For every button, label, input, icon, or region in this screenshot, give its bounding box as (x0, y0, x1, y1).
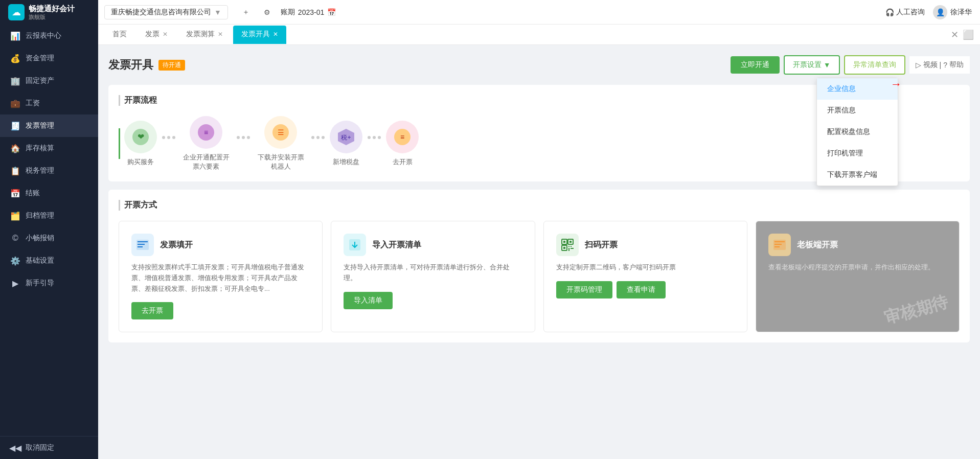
page-header: 发票开具 待开通 立即开通 开票设置 ▼ 异常清单查询 ▷ 视频 (108, 55, 970, 75)
open-button[interactable]: 立即开通 (731, 56, 780, 74)
tab-invoice-calc[interactable]: 发票测算 ✕ (178, 26, 231, 44)
inventory-icon: 🏠 (10, 143, 20, 153)
user-info[interactable]: 👤 徐泽华 (933, 5, 972, 19)
method-section-title: 开票方式 (119, 200, 960, 211)
page-title: 发票开具 (108, 57, 153, 73)
logo-icon: ☁ (8, 4, 25, 20)
dropdown-item-tax-config[interactable]: 配置税盘信息 (817, 121, 898, 143)
dropdown-item-company[interactable]: 企业信息 (817, 78, 898, 100)
scan-manage-btn[interactable]: 开票码管理 (556, 281, 612, 299)
add-button[interactable]: ＋ (238, 6, 254, 19)
import-invoice-btn[interactable]: 导入清单 (344, 292, 393, 309)
card-scan-title: 扫码开票 (585, 240, 618, 250)
video-help-bar: ▷ 视频 | ? 帮助 (909, 56, 970, 74)
dropdown-item-printer[interactable]: 打印机管理 (817, 143, 898, 164)
video-label[interactable]: 视频 (923, 60, 938, 70)
scan-view-btn[interactable]: 查看申请 (617, 281, 666, 299)
step-5: ≡ 去开票 (386, 121, 419, 167)
boss-invoice-icon (768, 234, 791, 256)
sidebar-item-archive[interactable]: 🗂️ 归档管理 (0, 204, 98, 227)
method-card-import: 导入开票清单 支持导入待开票清单，可对待开票清单进行拆分、合并处理。 导入清单 (331, 221, 535, 332)
sidebar-item-payroll[interactable]: 💼 工资 (0, 92, 98, 114)
tab-invoice-open-label: 发票开具 (241, 30, 270, 39)
user-name: 徐泽华 (950, 8, 972, 17)
import-invoice-icon (344, 234, 366, 256)
tab-invoice-close[interactable]: ✕ (163, 31, 168, 38)
svg-rect-11 (138, 241, 148, 242)
svg-rect-23 (571, 246, 572, 247)
watermark: 审核期待 (881, 291, 950, 330)
sidebar-item-tax[interactable]: 📋 税务管理 (0, 159, 98, 182)
sidebar-label-tax: 税务管理 (26, 166, 54, 175)
step-2-icon: ≡ (190, 116, 222, 149)
unpin-icon: ◀◀ (10, 443, 20, 453)
company-selector[interactable]: 重庆畅捷交通信息咨询有限公司 ▼ (104, 5, 228, 19)
sidebar-label-unpin: 取消固定 (26, 443, 54, 452)
sidebar-item-settings[interactable]: ⚙️ 基础设置 (0, 249, 98, 272)
sidebar-label-settings: 基础设置 (26, 256, 54, 265)
step-1-label: 购买服务 (127, 157, 154, 167)
sidebar-item-cloud-report[interactable]: 📊 云报表中心 (0, 25, 98, 47)
svg-text:❤: ❤ (138, 132, 144, 141)
tab-invoice[interactable]: 发票 ✕ (137, 26, 176, 44)
payroll-icon: 💼 (10, 98, 20, 108)
settings-btn-label: 开票设置 (793, 60, 822, 70)
sidebar-item-guide[interactable]: ▶ 新手引导 (0, 272, 98, 294)
card-boss-header: 老板端开票 (768, 234, 947, 256)
tab-home[interactable]: 首页 (104, 26, 135, 44)
step-2-label: 企业开通配置开票六要素 (180, 153, 232, 171)
chevron-settings-icon: ▼ (824, 61, 831, 69)
dropdown-item-invoice-info[interactable]: 开票信息 (817, 100, 898, 121)
step-4: 税+ 新增税盘 (330, 121, 362, 167)
invoice-icon: 🧾 (10, 121, 20, 131)
sidebar-item-assets[interactable]: 🏢 固定资产 (0, 70, 98, 92)
fill-invoice-icon (131, 234, 154, 256)
settings-icon[interactable]: ⚙ (260, 6, 275, 18)
step-4-icon: 税+ (330, 121, 362, 153)
logo-title: 畅捷通好会计 (29, 4, 75, 14)
sidebar-item-fund[interactable]: 💰 资金管理 (0, 47, 98, 70)
help-label[interactable]: 帮助 (949, 60, 964, 70)
close-window-icon[interactable]: ✕ (951, 29, 959, 40)
card-import-header: 导入开票清单 (344, 234, 522, 256)
period-text: 账期 (281, 8, 295, 17)
step-2: ≡ 企业开通配置开票六要素 (180, 116, 232, 171)
logo-area: ☁ 畅捷通好会计 旗舰版 (0, 0, 98, 25)
sidebar-item-unpin[interactable]: ◀◀ 取消固定 (0, 437, 98, 459)
svg-rect-20 (569, 241, 572, 243)
sidebar-label-guide: 新手引导 (26, 279, 54, 288)
sidebar-label-fund: 资金管理 (26, 54, 54, 63)
connector-3 (306, 136, 330, 139)
step-1-icon: ❤ (124, 121, 157, 153)
settings-button[interactable]: 开票设置 ▼ (784, 55, 840, 75)
connector-4 (362, 136, 386, 139)
flow-step-buy: ❤ 购买服务 (119, 121, 157, 167)
svg-rect-12 (138, 244, 145, 245)
fill-invoice-btn[interactable]: 去开票 (131, 302, 173, 319)
sidebar-label-inventory: 库存核算 (26, 144, 54, 153)
settings-sidebar-icon: ⚙️ (10, 256, 20, 266)
dropdown-item-download-client[interactable]: 下载开票客户端 (817, 164, 898, 186)
sidebar-item-inventory[interactable]: 🏠 库存核算 (0, 137, 98, 159)
sidebar-label-payroll: 工资 (26, 99, 40, 108)
support-button[interactable]: 🎧 人工咨询 (885, 8, 925, 17)
svg-rect-21 (563, 247, 565, 249)
method-card-fill: 发票填开 支持按照发票样式手工填开发票；可开具增值税电子普通发票、增值税普通发票… (119, 221, 323, 332)
red-arrow-indicator: → (891, 78, 902, 91)
sidebar-item-invoice[interactable]: 🧾 发票管理 (0, 114, 98, 137)
card-scan-desc: 支持定制开票二维码，客户端可扫码开票 (556, 262, 735, 273)
card-fill-header: 发票填开 (131, 234, 310, 256)
tab-invoice-open-close[interactable]: ✕ (273, 31, 278, 38)
separator: | (940, 61, 942, 69)
maximize-icon[interactable]: ⬜ (963, 29, 974, 40)
sidebar-item-settlement[interactable]: 📅 结账 (0, 182, 98, 204)
abnormal-button[interactable]: 异常清单查询 (844, 55, 905, 75)
tab-invoice-calc-close[interactable]: ✕ (218, 31, 223, 38)
archive-icon: 🗂️ (10, 211, 20, 221)
sidebar-item-expense[interactable]: © 小畅报销 (0, 227, 98, 249)
fund-icon: 💰 (10, 53, 20, 63)
main-layout: 📊 云报表中心 💰 资金管理 🏢 固定资产 💼 工资 🧾 发票管理 🏠 (0, 25, 980, 459)
tab-bar: 首页 发票 ✕ 发票测算 ✕ 发票开具 ✕ ✕ ⬜ (98, 25, 980, 45)
tab-invoice-open[interactable]: 发票开具 ✕ (233, 26, 286, 44)
avatar: 👤 (933, 5, 947, 19)
